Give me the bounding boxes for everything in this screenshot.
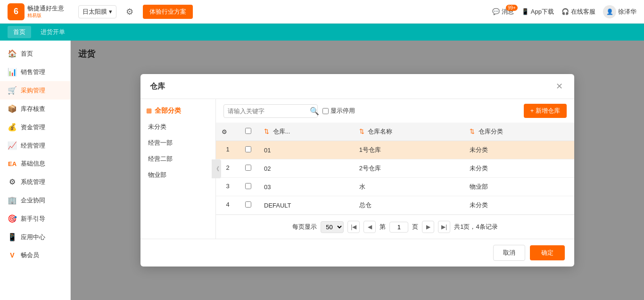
settings-btn[interactable]: ⚙ [122, 4, 137, 19]
table-row[interactable]: 2 02 2号仓库 未分类 [216, 159, 574, 178]
select-all-checkbox[interactable] [245, 128, 251, 134]
row-category-3: 物业部 [464, 178, 574, 196]
prev-page-btn[interactable]: ◀ [363, 221, 376, 233]
sidebar-item-guide[interactable]: 🎯 新手引导 [0, 209, 70, 228]
appcenter-icon: 📱 [8, 233, 17, 242]
table-toolbar: 🔍 显示停用 + 新增仓库 [216, 99, 574, 123]
row-code-2: 02 [258, 159, 354, 178]
category-sidebar: ⊞ 全部分类 未分类 经营一部 经营二部 物业部 《 [140, 99, 216, 239]
message-icon: 💬 [492, 8, 500, 15]
sidebar-item-finance[interactable]: 💰 资金管理 [0, 118, 70, 136]
sidebar-item-vip[interactable]: V 畅会员 [0, 246, 70, 264]
tab-purchase-order[interactable]: 进货开单 [35, 26, 71, 38]
cat-item-property[interactable]: 物业部 [140, 167, 215, 183]
operations-icon: 📈 [8, 141, 17, 150]
app-download-btn[interactable]: 📱 App下载 [521, 8, 554, 16]
main-layout: 🏠 首页 📊 销售管理 🛒 采购管理 📦 库存核查 💰 资金管理 📈 经营管理 … [0, 41, 644, 300]
sidebar-item-basics[interactable]: EA 基础信息 [0, 155, 70, 173]
confirm-button[interactable]: 确定 [530, 245, 565, 260]
row-actions-1: 1 [216, 141, 239, 158]
warehouse-modal: 仓库 ✕ ⊞ 全部分类 未分类 经营一部 经营二部 物业部 [140, 74, 574, 267]
modal-footer: 取消 确定 [140, 239, 574, 267]
show-disabled-checkbox[interactable] [322, 108, 329, 114]
logo-icon: 6 [8, 3, 25, 20]
row-check-4[interactable] [239, 196, 258, 215]
row-category-1: 未分类 [464, 141, 574, 159]
row-category-4: 未分类 [464, 196, 574, 215]
col-category: ⇅ 仓库分类 [464, 123, 574, 141]
sort-icon: ⇅ [264, 128, 269, 135]
search-icon: 🔍 [310, 107, 319, 116]
cat-item-unclassified[interactable]: 未分类 [140, 119, 215, 135]
show-disabled-label[interactable]: 显示停用 [322, 107, 355, 115]
next-page-btn[interactable]: ▶ [422, 221, 434, 233]
home-icon: 🏠 [8, 49, 17, 58]
table-row[interactable]: 1 01 1号仓库 未分类 [216, 141, 574, 159]
row-check-2[interactable] [239, 159, 258, 178]
avatar: 👤 [603, 5, 616, 18]
sidebar-item-operations[interactable]: 📈 经营管理 [0, 136, 70, 155]
row-code-1: 01 [258, 141, 354, 159]
modal-title: 仓库 [150, 82, 165, 92]
row-check-3[interactable] [239, 178, 258, 196]
sidebar-item-appcenter[interactable]: 📱 应用中心 [0, 228, 70, 246]
cat-item-dept1[interactable]: 经营一部 [140, 135, 215, 151]
data-table: ⚙ ⇅ 仓库... ⇅ 仓库名称 [216, 123, 574, 215]
col-code: ⇅ 仓库... [258, 123, 354, 141]
row-check-1[interactable] [239, 141, 258, 159]
sidebar-item-purchase[interactable]: 🛒 采购管理 [0, 81, 70, 100]
sidebar-item-inventory[interactable]: 📦 库存核查 [0, 100, 70, 118]
sidebar-item-home[interactable]: 🏠 首页 [0, 44, 70, 63]
header-right: 💬 消息 99+ 📱 App下载 🎧 在线客服 👤 徐泽华 [492, 5, 636, 18]
branch-selector[interactable]: 日太阳膜 ▾ [78, 5, 116, 18]
row-category-2: 未分类 [464, 159, 574, 178]
warehouse-table: ⚙ ⇅ 仓库... ⇅ 仓库名称 [216, 123, 574, 215]
last-page-btn[interactable]: ▶| [438, 221, 450, 233]
col-settings: ⚙ [216, 123, 239, 141]
purchase-icon: 🛒 [8, 86, 17, 95]
basics-icon: EA [8, 160, 17, 167]
logo-area: 6 畅捷通好生意 精易版 [8, 3, 78, 20]
header-nav: 日太阳膜 ▾ ⚙ 体验行业方案 [78, 4, 492, 19]
row-actions-4: 4 [216, 196, 239, 213]
category-all[interactable]: ⊞ 全部分类 [140, 103, 215, 119]
search-box: 🔍 [223, 104, 318, 118]
guide-icon: 🎯 [8, 214, 17, 223]
system-icon: ⚙ [8, 177, 17, 186]
headset-icon: 🎧 [561, 8, 569, 15]
sidebar-item-sales[interactable]: 📊 销售管理 [0, 63, 70, 81]
table-row[interactable]: 3 03 水 物业部 [216, 178, 574, 196]
content-area: 进货 仓库 ✕ ⊞ 全部分类 未分类 [71, 41, 644, 300]
cancel-button[interactable]: 取消 [493, 245, 525, 261]
top-header: 6 畅捷通好生意 精易版 日太阳膜 ▾ ⚙ 体验行业方案 💬 消息 99+ 📱 … [0, 0, 644, 24]
row-name-3: 水 [354, 178, 464, 196]
table-row[interactable]: 4 DEFAULT 总仓 未分类 [216, 196, 574, 215]
sort-icon-cat: ⇅ [470, 128, 475, 135]
modal-overlay: 仓库 ✕ ⊞ 全部分类 未分类 经营一部 经营二部 物业部 [71, 41, 644, 300]
close-icon[interactable]: ✕ [553, 81, 565, 92]
collapse-sidebar-btn[interactable]: 《 [212, 159, 221, 178]
add-warehouse-btn[interactable]: + 新增仓库 [524, 104, 567, 118]
enterprise-icon: 🏢 [8, 196, 17, 205]
row-code-4: DEFAULT [258, 196, 354, 215]
trial-btn[interactable]: 体验行业方案 [143, 5, 193, 19]
per-page-select[interactable]: 50 [321, 221, 344, 233]
col-name: ⇅ 仓库名称 [354, 123, 464, 141]
service-btn[interactable]: 🎧 在线客服 [561, 8, 595, 16]
row-name-1: 1号仓库 [354, 141, 464, 159]
page-number-input[interactable] [389, 222, 408, 233]
search-input[interactable] [228, 108, 307, 115]
messages-btn[interactable]: 💬 消息 99+ [492, 8, 514, 16]
sort-icon-name: ⇅ [359, 128, 364, 135]
logo-text: 畅捷通好生意 精易版 [27, 5, 64, 19]
sidebar-item-system[interactable]: ⚙ 系统管理 [0, 173, 70, 191]
tab-home[interactable]: 首页 [8, 26, 31, 38]
user-menu[interactable]: 👤 徐泽华 [603, 5, 636, 18]
cat-item-dept2[interactable]: 经营二部 [140, 151, 215, 167]
chevron-down-icon: ▾ [109, 8, 112, 15]
sidebar-item-enterprise[interactable]: 🏢 企业协同 [0, 191, 70, 209]
sidebar: 🏠 首页 📊 销售管理 🛒 采购管理 📦 库存核查 💰 资金管理 📈 经营管理 … [0, 41, 71, 300]
first-page-btn[interactable]: |◀ [347, 221, 360, 233]
finance-icon: 💰 [8, 123, 17, 132]
vip-icon: V [8, 251, 17, 259]
